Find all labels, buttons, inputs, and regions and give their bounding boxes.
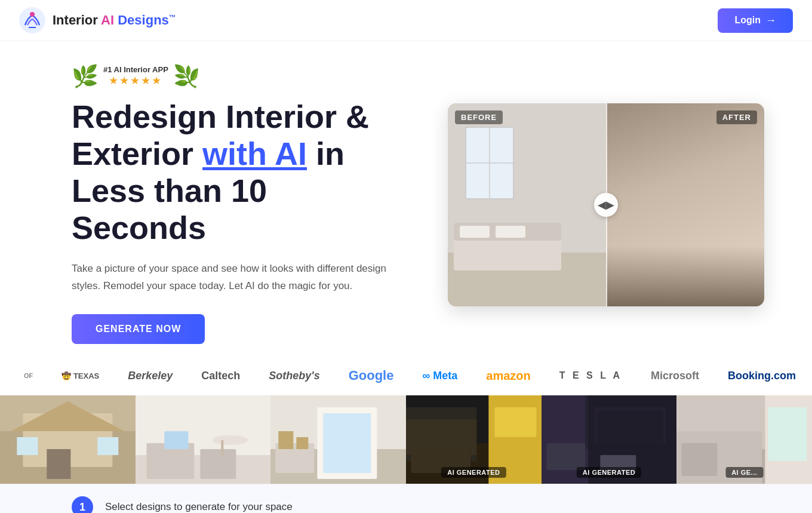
svg-rect-9 bbox=[460, 226, 490, 238]
brand-logo-booking: Booking.com bbox=[728, 370, 796, 382]
laurel-left-icon: 🌿 bbox=[72, 66, 99, 87]
svg-point-41 bbox=[212, 435, 248, 445]
hero-description: Take a picture of your space and see how… bbox=[72, 260, 412, 295]
hero-image-area: ◀▶ BEFORE AFTER bbox=[448, 103, 764, 306]
before-image bbox=[448, 103, 606, 306]
step-number: 1 bbox=[72, 496, 93, 513]
brand-logo-berkeley: Berkeley bbox=[128, 370, 173, 382]
brand-logo-texas: 🤠 TEXAS bbox=[61, 371, 99, 380]
slider-handle[interactable]: ◀▶ bbox=[594, 193, 618, 217]
gallery-image-0 bbox=[0, 395, 136, 484]
svg-point-1 bbox=[30, 12, 35, 17]
gallery-item-3[interactable]: AI GENERATED bbox=[406, 395, 542, 484]
brand-logo-microsoft: Microsoft bbox=[651, 370, 699, 382]
brand-logo-of: OF bbox=[24, 372, 33, 379]
after-label: AFTER bbox=[716, 110, 757, 124]
svg-rect-49 bbox=[297, 437, 309, 449]
svg-rect-42 bbox=[221, 440, 223, 455]
brand-logo-sothebys: Sotheby's bbox=[269, 370, 319, 382]
before-panel bbox=[448, 103, 606, 306]
step-section: 1 Select designs to generate for your sp… bbox=[0, 484, 812, 513]
logo-text: Interior AI Designs™ bbox=[53, 13, 176, 28]
gallery-item-1[interactable] bbox=[136, 395, 271, 484]
brand-logo-amazon: amazon bbox=[486, 369, 530, 383]
before-label: BEFORE bbox=[455, 110, 503, 124]
svg-rect-40 bbox=[164, 431, 188, 449]
brand-logo-caltech: Caltech bbox=[201, 370, 240, 382]
svg-rect-33 bbox=[47, 449, 70, 479]
svg-rect-69 bbox=[682, 443, 718, 476]
ai-badge-5: AI GE... bbox=[725, 467, 763, 478]
gallery-item-5[interactable]: AI GE... bbox=[676, 395, 812, 484]
gallery-item-4[interactable]: AI GENERATED bbox=[542, 395, 677, 484]
step-text: Select designs to generate for your spac… bbox=[105, 501, 293, 513]
logo-strip: OF 🤠 TEXAS Berkeley Caltech Sotheby's Go… bbox=[0, 356, 812, 395]
svg-rect-63 bbox=[597, 410, 663, 443]
hero-section: 🌿 #1 AI Interior APP ★★★★★ 🌿 Redesign In… bbox=[0, 41, 812, 356]
hero-heading: Redesign Interior & Exterior with AI in … bbox=[72, 98, 412, 246]
gallery-item-0[interactable] bbox=[0, 395, 136, 484]
after-image bbox=[606, 103, 764, 306]
svg-rect-39 bbox=[200, 449, 236, 479]
before-after-slider[interactable]: ◀▶ BEFORE AFTER bbox=[448, 103, 764, 306]
after-panel bbox=[606, 103, 764, 306]
svg-rect-34 bbox=[17, 437, 38, 455]
brand-logo-meta: ∞ Meta bbox=[422, 370, 457, 382]
laurel-right-icon: 🌿 bbox=[173, 66, 200, 87]
gallery-image-2 bbox=[270, 395, 406, 484]
svg-rect-10 bbox=[496, 226, 525, 238]
svg-rect-62 bbox=[546, 443, 585, 470]
nav-logo-area: Interior AI Designs™ bbox=[19, 7, 176, 33]
logo-strip-inner: OF 🤠 TEXAS Berkeley Caltech Sotheby's Go… bbox=[24, 368, 812, 383]
ai-badge-4: AI GENERATED bbox=[577, 467, 641, 478]
generate-now-button[interactable]: GENERATE NOW bbox=[72, 314, 205, 344]
svg-rect-35 bbox=[97, 437, 118, 455]
svg-point-0 bbox=[19, 7, 45, 33]
award-badge: 🌿 #1 AI Interior APP ★★★★★ 🌿 bbox=[72, 65, 412, 87]
hero-content: 🌿 #1 AI Interior APP ★★★★★ 🌿 Redesign In… bbox=[72, 65, 412, 344]
brand-logo-google: Google bbox=[349, 368, 394, 383]
logo-icon bbox=[19, 7, 45, 33]
gallery-item-2[interactable] bbox=[270, 395, 406, 484]
gallery-image-1 bbox=[136, 395, 271, 484]
svg-rect-55 bbox=[494, 407, 536, 437]
navbar: Interior AI Designs™ Login → bbox=[0, 0, 812, 41]
ai-badge-3: AI GENERATED bbox=[441, 467, 506, 478]
login-button[interactable]: Login → bbox=[718, 8, 793, 33]
svg-rect-48 bbox=[279, 431, 294, 449]
svg-rect-70 bbox=[768, 407, 807, 461]
brand-logo-tesla: T E S L A bbox=[559, 370, 622, 381]
arrow-icon: → bbox=[765, 14, 776, 27]
svg-rect-46 bbox=[324, 413, 371, 473]
gallery-strip: AI GENERATED AI GENERATED bbox=[0, 395, 812, 484]
badge-inner: #1 AI Interior APP ★★★★★ bbox=[103, 65, 168, 87]
